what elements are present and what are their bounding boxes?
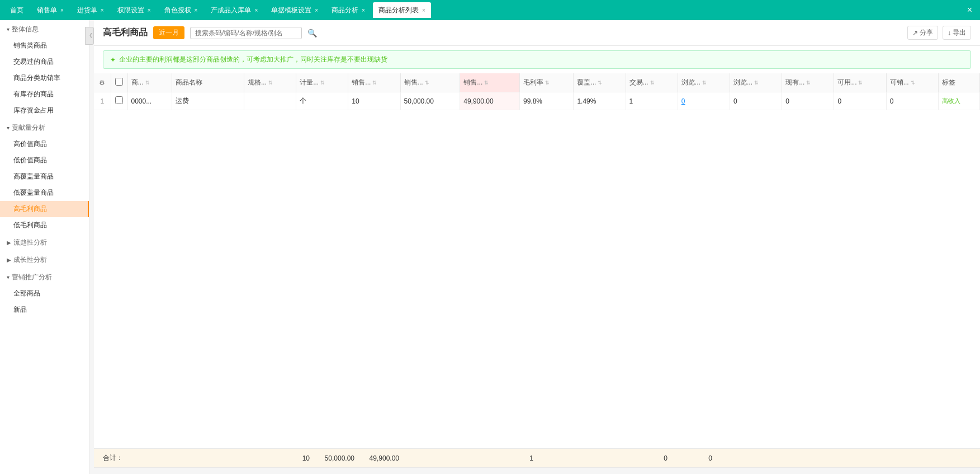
col-sales-qty[interactable]: 销售... ⇅ — [348, 73, 400, 92]
tab-purchase-close[interactable]: × — [101, 7, 104, 13]
col-trade-count[interactable]: 交易... ⇅ — [626, 73, 678, 92]
share-icon: ↗ — [912, 29, 918, 37]
sidebar-group-marketing[interactable]: ▾ 营销推广分析 — [0, 268, 89, 285]
row-tag: 高收入 — [942, 97, 960, 104]
row-sales-amount: 50,000.00 — [404, 97, 434, 105]
sidebar-group-trend[interactable]: ▶ 流趋性分析 — [0, 233, 89, 251]
col-stock-available-label: 可用... — [837, 78, 856, 87]
sort-sales-profit-icon: ⇅ — [484, 80, 489, 86]
sidebar-item-high-margin-label: 高毛利商品 — [13, 205, 47, 213]
tab-goods-analysis-list[interactable]: 商品分析列表 × — [373, 2, 431, 18]
sidebar-item-high-margin[interactable]: 高毛利商品 — [0, 201, 89, 217]
sidebar-collapse-button[interactable]: 《 — [85, 27, 94, 45]
sidebar-item-stock-capital[interactable]: 库存资金占用 — [0, 102, 89, 119]
sidebar-item-low-coverage[interactable]: 低覆盖量商品 — [0, 185, 89, 201]
search-input[interactable] — [190, 27, 302, 39]
row-checkbox[interactable] — [115, 96, 123, 104]
sidebar-item-all-goods[interactable]: 全部商品 — [0, 285, 89, 302]
sort-stock-available-icon: ⇅ — [858, 80, 863, 86]
arrow-growth-icon: ▶ — [7, 257, 11, 263]
sidebar-item-low-value[interactable]: 低价值商品 — [0, 152, 89, 168]
sidebar-item-new-goods[interactable]: 新品 — [0, 302, 89, 318]
col-unit[interactable]: 计量... ⇅ — [296, 73, 348, 92]
tab-permission[interactable]: 权限设置 × — [112, 2, 157, 18]
tab-product-inbound[interactable]: 产成品入库单 × — [205, 2, 263, 18]
col-stock-saleable[interactable]: 可销... ⇅ — [886, 73, 938, 92]
col-sku-code-label: 商... — [131, 78, 144, 87]
tab-goods-analysis[interactable]: 商品分析 × — [326, 2, 371, 18]
export-button[interactable]: ↓ 导出 — [943, 26, 971, 40]
sidebar-item-in-stock-label: 有库存的商品 — [13, 90, 54, 98]
content-header: 高毛利商品 近一月 🔍 ↗ 分享 ↓ 导出 — [94, 20, 980, 46]
arrow-trend-icon: ▶ — [7, 240, 11, 246]
col-stock-available[interactable]: 可用... ⇅ — [834, 73, 886, 92]
horizontal-scrollbar[interactable] — [94, 467, 980, 474]
export-icon: ↓ — [948, 29, 951, 37]
close-all-button[interactable]: × — [964, 4, 976, 16]
search-button[interactable]: 🔍 — [307, 29, 317, 37]
sort-unit-icon: ⇅ — [320, 80, 325, 86]
sidebar-item-high-coverage[interactable]: 高覆盖量商品 — [0, 168, 89, 185]
select-all-checkbox[interactable] — [115, 78, 123, 86]
row-stock-available: 0 — [837, 97, 841, 105]
sidebar-item-new-goods-label: 新品 — [13, 306, 27, 313]
sidebar-group-overall[interactable]: ▾ 整体信息 — [0, 20, 89, 37]
tab-sales[interactable]: 销售单 × — [31, 2, 69, 18]
sidebar-group-growth[interactable]: ▶ 成长性分析 — [0, 251, 89, 268]
col-stock-current[interactable]: 现有... ⇅ — [782, 73, 834, 92]
col-gross-margin[interactable]: 毛利率 ⇅ — [519, 73, 573, 92]
row-view1-link[interactable]: 0 — [681, 97, 685, 105]
row-stock-saleable-cell: 0 — [886, 92, 938, 110]
footer-spacer4 — [581, 454, 626, 462]
sort-stock-current-icon: ⇅ — [806, 80, 811, 86]
arrow-marketing-icon: ▾ — [7, 274, 10, 280]
row-checkbox-cell[interactable] — [111, 92, 127, 110]
col-tag-label: 标签 — [942, 78, 955, 86]
col-checkbox[interactable] — [111, 73, 127, 92]
footer-label: 合计： — [103, 453, 123, 463]
row-spec-cell — [244, 92, 296, 110]
sidebar-group-overall-label: 整体信息 — [12, 25, 39, 34]
col-settings[interactable]: ⚙ — [94, 73, 111, 92]
sidebar-item-in-stock[interactable]: 有库存的商品 — [0, 86, 89, 102]
tab-goods-analysis-close[interactable]: × — [362, 7, 365, 13]
sidebar-item-sales-goods[interactable]: 销售类商品 — [0, 37, 89, 54]
footer-stock-current: 0 — [626, 454, 671, 462]
tab-purchase[interactable]: 进货单 × — [72, 2, 110, 18]
col-sales-amount[interactable]: 销售... ⇅ — [400, 73, 460, 92]
time-filter-button[interactable]: 近一月 — [153, 26, 184, 39]
tab-permission-close[interactable]: × — [148, 7, 151, 13]
col-spec[interactable]: 规格... ⇅ — [244, 73, 296, 92]
sort-sku-icon: ⇅ — [145, 80, 150, 86]
tab-role-close[interactable]: × — [195, 7, 198, 13]
footer-sales-qty: 10 — [268, 454, 313, 462]
col-sales-amount-label: 销售... — [404, 78, 423, 87]
row-sales-amount-cell: 50,000.00 — [400, 92, 460, 110]
tab-template-close[interactable]: × — [315, 7, 318, 13]
share-button[interactable]: ↗ 分享 — [907, 26, 938, 40]
col-sku-code[interactable]: 商... ⇅ — [127, 73, 172, 92]
tab-product-inbound-close[interactable]: × — [254, 7, 258, 13]
sidebar-item-high-value-label: 高价值商品 — [13, 140, 47, 148]
info-text: 企业的主要的利润都是这部分商品创造的，可考虑加大推广，同时关注库存是不要出现缺货 — [119, 55, 387, 64]
row-view1-cell[interactable]: 0 — [678, 92, 730, 110]
sidebar-group-growth-label: 成长性分析 — [13, 255, 47, 265]
col-view1[interactable]: 浏览... ⇅ — [678, 73, 730, 92]
col-sales-profit[interactable]: 销售... ⇅ — [460, 73, 520, 92]
sidebar-item-low-value-label: 低价值商品 — [13, 156, 47, 164]
col-coverage[interactable]: 覆盖... ⇅ — [574, 73, 626, 92]
tab-template[interactable]: 单据模板设置 × — [266, 2, 324, 18]
tab-sales-close[interactable]: × — [60, 7, 64, 13]
footer-trade-count: 1 — [492, 454, 537, 462]
footer-sales-profit: 49,900.00 — [358, 454, 403, 462]
col-view2[interactable]: 浏览... ⇅ — [730, 73, 782, 92]
sidebar-item-high-value[interactable]: 高价值商品 — [0, 136, 89, 152]
tab-role[interactable]: 角色授权 × — [159, 2, 203, 18]
sidebar-group-contribution[interactable]: ▾ 贡献量分析 — [0, 119, 89, 136]
sidebar-item-traded-goods[interactable]: 交易过的商品 — [0, 54, 89, 70]
tab-goods-analysis-list-close[interactable]: × — [422, 7, 425, 13]
row-trade-count-cell: 1 — [626, 92, 678, 110]
sidebar-item-category-rate[interactable]: 商品分类助销率 — [0, 70, 89, 86]
sidebar-item-low-margin[interactable]: 低毛利商品 — [0, 217, 89, 233]
tab-home[interactable]: 首页 — [4, 2, 29, 18]
